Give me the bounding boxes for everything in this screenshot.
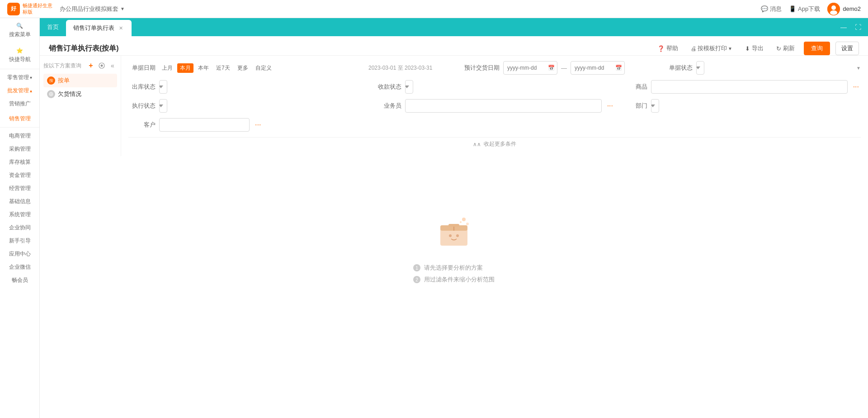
exec-status-select[interactable] — [159, 99, 167, 113]
receipt-select[interactable] — [405, 80, 413, 94]
customer-dots-button[interactable]: ··· — [253, 121, 263, 129]
scheme-add-button[interactable]: + — [86, 61, 95, 70]
svg-point-14 — [460, 221, 462, 223]
sidebar-item-operations[interactable]: 经营管理 — [0, 181, 39, 194]
sidebar-item-finance[interactable]: 资金管理 — [0, 168, 39, 181]
sidebar-item-ecommerce[interactable]: 电商管理 — [0, 128, 39, 142]
exec-status-label: 执行状态 — [128, 102, 156, 110]
expected-date-start-input[interactable] — [503, 61, 557, 75]
shortcut-7days[interactable]: 近7天 — [213, 63, 233, 73]
tab-home[interactable]: 首页 — [40, 18, 66, 36]
sidebar-item-purchase[interactable]: 采购管理 — [0, 142, 39, 155]
sidebar-item-system[interactable]: 系统管理 — [0, 207, 39, 220]
sidebar-item-newbie[interactable]: 新手引导 — [0, 233, 39, 247]
sidebar-item-wholesale[interactable]: 批发管理 ▴ — [0, 83, 39, 96]
scheme-item-欠货情况[interactable]: 欠货情况 — [43, 87, 117, 101]
tab-close-button[interactable]: ✕ — [117, 24, 124, 32]
user-area[interactable]: demo2 — [827, 3, 861, 15]
expected-date-end: 📅 — [571, 61, 625, 75]
scheme-collapse-button[interactable]: « — [108, 61, 117, 70]
empty-hint-1: 1 请先选择要分析的方案 — [413, 264, 495, 272]
tab-minimize-button[interactable]: — — [837, 21, 850, 33]
expected-date-start: 📅 — [503, 61, 557, 75]
export-button[interactable]: ⬇ 导出 — [741, 43, 767, 54]
scheme-header: 按以下方案查询 + « — [43, 61, 117, 70]
sidebar-item-basic[interactable]: 基础信息 — [0, 194, 39, 207]
shortcut-this-month[interactable]: 本月 — [177, 63, 193, 73]
goods-input[interactable] — [651, 80, 848, 94]
receipt-group: 收款状态 — [374, 80, 615, 94]
shortcut-custom[interactable]: 自定义 — [253, 63, 274, 73]
app-icon: 📱 — [789, 5, 796, 12]
nav-selector[interactable]: 办公用品行业模拟账套 ▼ — [56, 5, 128, 13]
page-header: 销售订单执行表(按单) ❓ 帮助 🖨 按模板打印 ▼ ⬇ — [40, 36, 868, 56]
collapse-bar[interactable]: ∧∧ 收起更多条件 — [128, 137, 861, 151]
logo-area: 好 畅捷通好生意 标版 — [7, 3, 52, 15]
export-icon: ⬇ — [745, 45, 750, 52]
scheme-edit-button[interactable] — [97, 61, 106, 70]
dept-group: 部门 — [620, 99, 861, 113]
receipt-label: 收款状态 — [374, 83, 401, 91]
logo-icon: 好 — [7, 3, 20, 15]
goods-group: 商品 ··· — [620, 80, 861, 94]
scheme-item-按单[interactable]: 按 按单 — [43, 74, 117, 87]
help-button[interactable]: ❓ 帮助 — [654, 43, 682, 54]
salesperson-input[interactable] — [405, 99, 602, 113]
customer-input[interactable] — [159, 118, 250, 132]
sidebar-item-appcenter[interactable]: 应用中心 — [0, 247, 39, 260]
svg-point-13 — [466, 223, 469, 225]
hint-num-2: 2 — [413, 276, 420, 283]
svg-point-16 — [456, 234, 459, 237]
sidebar-item-enterprise[interactable]: 企业协同 — [0, 220, 39, 233]
shortcut-last-month[interactable]: 上月 — [159, 63, 175, 73]
status-label: 单据状态 — [665, 64, 693, 72]
refresh-icon: ↻ — [776, 45, 781, 52]
divider2 — [0, 127, 39, 128]
chevron-down-icon: ▾ — [30, 75, 32, 80]
sidebar-item-quicknav[interactable]: ⭐ 快捷导航 — [0, 43, 39, 68]
app-download-action[interactable]: 📱 App下载 — [789, 5, 820, 13]
empty-state: 1 请先选择要分析的方案 2 用过滤条件来缩小分析范围 — [40, 156, 868, 337]
outstock-group: 出库状态 — [128, 80, 369, 94]
goods-dots-button[interactable]: ··· — [851, 83, 861, 91]
print-icon: 🖨 — [691, 45, 697, 52]
scheme-panel: 按以下方案查询 + « 按 按单 — [40, 56, 121, 156]
shortcut-more[interactable]: 更多 — [235, 63, 251, 73]
dept-select[interactable] — [651, 99, 659, 113]
outstock-select-wrap — [159, 80, 369, 94]
refresh-button[interactable]: ↻ 刷新 — [773, 43, 798, 54]
customer-label: 客户 — [128, 121, 156, 129]
outstock-label: 出库状态 — [128, 83, 156, 91]
settings-button[interactable]: 设置 — [835, 42, 859, 55]
sidebar-item-sales[interactable]: 销售管理 — [0, 111, 39, 126]
search-button[interactable]: 查询 — [804, 42, 830, 55]
shortcut-this-year[interactable]: 本年 — [195, 63, 212, 73]
filter-row-4: 客户 ··· — [128, 118, 861, 132]
sidebar-item-retail[interactable]: 零售管理 ▾ — [0, 70, 39, 83]
user-name[interactable]: demo2 — [843, 5, 861, 12]
sidebar-item-marketing[interactable]: 营销推广 — [0, 96, 39, 111]
top-bar-left: 好 畅捷通好生意 标版 办公用品行业模拟账套 ▼ — [7, 3, 128, 15]
sidebar-item-corpwechat[interactable]: 企业微信 — [0, 260, 39, 273]
salesperson-group: 业务员 ··· — [374, 99, 615, 113]
tab-maximize-button[interactable]: ⛶ — [852, 21, 864, 33]
sidebar-item-inventory[interactable]: 库存核算 — [0, 155, 39, 168]
status-select[interactable] — [696, 61, 704, 75]
expected-date-end-input[interactable] — [571, 61, 625, 75]
print-button[interactable]: 🖨 按模板打印 ▼ — [687, 43, 736, 54]
svg-point-1 — [831, 5, 836, 10]
dept-label: 部门 — [620, 102, 647, 110]
date-shortcuts: 上月 本月 本年 近7天 更多 自定义 — [159, 63, 274, 73]
outstock-select[interactable] — [159, 80, 167, 94]
date-label: 单据日期 — [128, 64, 156, 72]
salesperson-dots-button[interactable]: ··· — [605, 102, 615, 110]
tab-sales-exec[interactable]: 销售订单执行表 ✕ — [66, 20, 132, 36]
status-select-wrap — [696, 61, 862, 75]
svg-point-4 — [101, 65, 103, 67]
date-range-text: 2023-03-01 至 2023-03-31 — [368, 64, 432, 72]
filter-row-2: 出库状态 收款状态 — [128, 80, 861, 94]
message-action[interactable]: 💬 消息 — [761, 5, 782, 13]
sidebar-item-search[interactable]: 🔍 搜索菜单 — [0, 18, 39, 43]
inner-page: 销售订单执行表(按单) ❓ 帮助 🖨 按模板打印 ▼ ⬇ — [40, 36, 868, 418]
sidebar-item-member[interactable]: 畅会员 — [0, 273, 39, 286]
